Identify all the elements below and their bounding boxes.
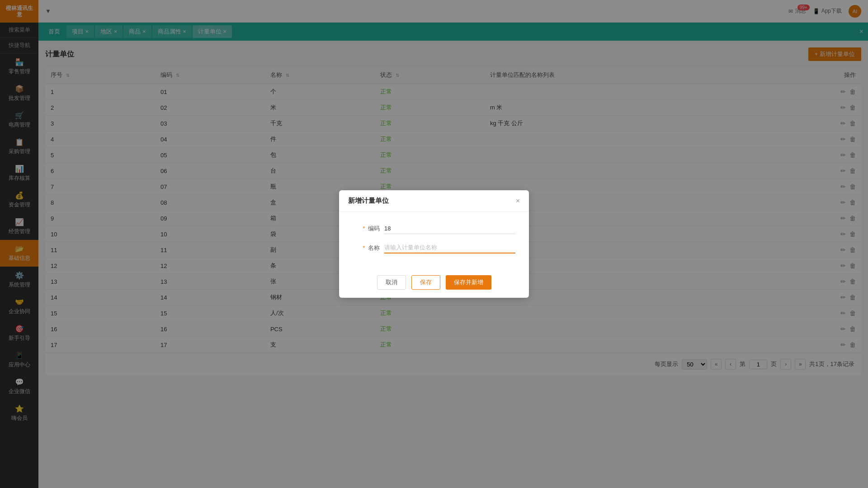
modal-header: 新增计量单位 × <box>339 190 529 212</box>
name-input[interactable] <box>384 242 515 253</box>
save-and-new-button[interactable]: 保存并新增 <box>446 275 491 290</box>
code-form-row: * 编码 <box>353 223 515 234</box>
modal-footer: 取消 保存 保存并新增 <box>339 271 529 298</box>
name-label: * 名称 <box>353 244 380 252</box>
cancel-button[interactable]: 取消 <box>377 275 406 290</box>
name-form-row: * 名称 <box>353 242 515 253</box>
save-button[interactable]: 保存 <box>411 275 440 290</box>
code-required-mark: * <box>363 225 365 232</box>
name-label-text: 名称 <box>368 244 380 251</box>
code-input[interactable] <box>384 223 515 234</box>
modal-title: 新增计量单位 <box>348 197 389 205</box>
code-label: * 编码 <box>353 225 380 233</box>
name-required-mark: * <box>363 244 365 251</box>
modal-close-btn[interactable]: × <box>516 197 520 205</box>
modal-overlay[interactable]: 新增计量单位 × * 编码 * 名称 取消 保存 保存并新增 <box>0 0 868 488</box>
code-label-text: 编码 <box>368 225 380 232</box>
modal-body: * 编码 * 名称 <box>339 212 529 271</box>
add-unit-modal: 新增计量单位 × * 编码 * 名称 取消 保存 保存并新增 <box>339 190 529 298</box>
